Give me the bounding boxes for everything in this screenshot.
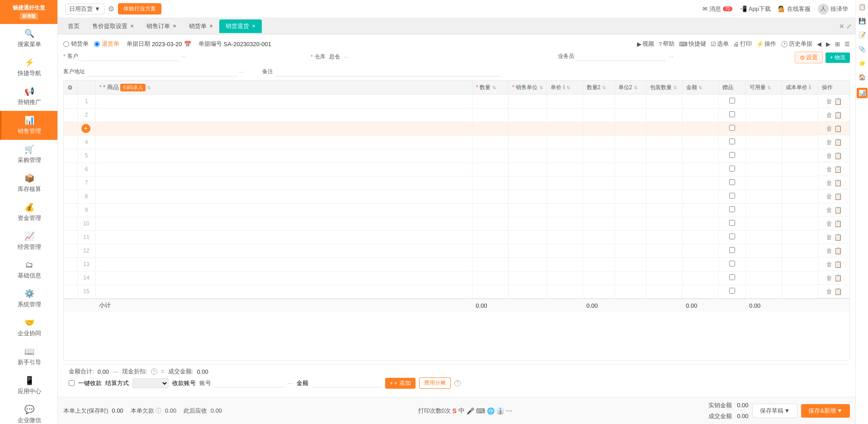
- radio-return-label[interactable]: 退货单: [94, 40, 119, 48]
- gift-checkbox[interactable]: [729, 98, 735, 104]
- sidebar-item-app[interactable]: 📱 应用中心: [0, 371, 57, 400]
- gift-checkbox[interactable]: [729, 152, 735, 158]
- grid-view-icon[interactable]: ⊞: [835, 41, 840, 48]
- delete-row-icon[interactable]: 🗑: [826, 166, 832, 173]
- add-logistics-button[interactable]: + 物流: [826, 52, 850, 63]
- cell-goods[interactable]: [95, 271, 472, 285]
- history-btn[interactable]: 🕐 历史单据: [781, 40, 812, 48]
- addr-dots[interactable]: ···: [239, 68, 244, 75]
- salesperson-input[interactable]: [576, 52, 666, 61]
- copy-row-icon[interactable]: 📋: [834, 166, 842, 173]
- prev-icon[interactable]: ◀: [817, 41, 821, 48]
- cell-goods[interactable]: [95, 135, 472, 149]
- delete-row-icon[interactable]: 🗑: [826, 220, 832, 227]
- unit-sort-icon[interactable]: ⇅: [539, 85, 543, 90]
- sidebar-item-guide[interactable]: 📖 新手引导: [0, 342, 57, 371]
- tab-sales-order-close-icon[interactable]: ✕: [173, 24, 176, 29]
- qty-sort-icon[interactable]: ⇅: [492, 85, 496, 90]
- radio-delivery-label[interactable]: 销货单: [63, 40, 89, 48]
- cell-goods[interactable]: [95, 257, 472, 271]
- close-tab-icon[interactable]: ✕: [839, 23, 844, 30]
- unit2-sort-icon[interactable]: ⇅: [634, 85, 637, 90]
- cell-goods[interactable]: [95, 203, 472, 217]
- sidebar-item-finance[interactable]: 💰 资金管理: [0, 198, 57, 227]
- sidebar-item-system[interactable]: ⚙️ 系统管理: [0, 284, 57, 313]
- copy-row-icon[interactable]: 📋: [834, 261, 842, 268]
- calc-select[interactable]: [132, 378, 169, 388]
- salesperson-dots[interactable]: ···: [668, 53, 673, 60]
- cell-goods[interactable]: [95, 95, 472, 109]
- avail-sort-icon[interactable]: ⇅: [767, 85, 771, 90]
- goods-input[interactable]: [99, 125, 468, 132]
- amount-sort-icon[interactable]: ⇅: [698, 85, 702, 90]
- network-icon[interactable]: 🌐: [487, 407, 495, 414]
- gift-checkbox[interactable]: [729, 233, 735, 239]
- tab-sales-return[interactable]: 销货退货 ✕: [219, 19, 262, 33]
- save-draft-button[interactable]: 保存草稿 ▼: [752, 404, 798, 418]
- sidebar-item-shortcut[interactable]: ⚡ 快捷导航: [0, 53, 57, 82]
- delete-row-icon[interactable]: 🗑: [826, 98, 832, 105]
- gift-checkbox[interactable]: [729, 179, 735, 185]
- industry-dropdown[interactable]: 日用百货 ▼: [65, 4, 104, 14]
- sidebar-item-inventory[interactable]: 📦 库存核算: [0, 169, 57, 198]
- video-btn[interactable]: ▶ 视频: [637, 40, 654, 48]
- app-download-item[interactable]: 📲 App下载: [740, 5, 771, 13]
- col-settings-icon[interactable]: ⚙: [67, 84, 73, 91]
- sidebar-item-marketing[interactable]: 📢 营销推广: [0, 82, 57, 111]
- chinese-icon[interactable]: 中: [458, 407, 465, 415]
- delete-row-icon[interactable]: 🗑: [826, 261, 832, 268]
- goods-sort-icon[interactable]: ⇅: [147, 85, 151, 90]
- online-service-item[interactable]: 💁 在线客服: [778, 5, 811, 13]
- trial-button[interactable]: 体验行业方案: [118, 3, 161, 14]
- pack-sort-icon[interactable]: ⇅: [673, 85, 677, 90]
- gift-checkbox[interactable]: [729, 274, 735, 280]
- gift-checkbox[interactable]: [729, 220, 735, 226]
- cell-goods[interactable]: [95, 190, 472, 203]
- sidebar-item-basic[interactable]: 🗂 基础信息: [0, 256, 57, 284]
- gift-checkbox[interactable]: [729, 138, 735, 144]
- delete-row-icon[interactable]: 🗑: [826, 274, 832, 281]
- tab-return-close-icon[interactable]: ✕: [252, 24, 255, 29]
- copy-row-icon[interactable]: 📋: [834, 247, 842, 254]
- sidebar-item-weixin[interactable]: 💬 企业微信: [0, 400, 57, 424]
- cash-discount-help-icon[interactable]: ?: [151, 368, 157, 375]
- copy-row-icon[interactable]: 📋: [834, 152, 842, 159]
- shortcut-btn[interactable]: ⌨ 快捷键: [679, 40, 706, 48]
- copy-row-icon[interactable]: 📋: [834, 98, 842, 105]
- sidebar-item-search[interactable]: 🔍 搜索菜单: [0, 24, 57, 53]
- delete-row-icon[interactable]: 🗑: [826, 179, 832, 186]
- delete-row-icon[interactable]: 🗑: [826, 193, 832, 200]
- customer-input[interactable]: [80, 52, 179, 61]
- cell-goods[interactable]: [95, 244, 472, 257]
- delete-row-icon[interactable]: 🗑: [826, 247, 832, 254]
- sidebar-item-operation[interactable]: 📈 经营管理: [0, 227, 57, 256]
- list-view-icon[interactable]: ☰: [844, 41, 850, 48]
- delete-row-icon[interactable]: 🗑: [826, 125, 832, 132]
- more-icon[interactable]: ⋯: [506, 407, 512, 414]
- gift-checkbox[interactable]: [729, 247, 735, 253]
- settings-button[interactable]: ⚙ 设置: [795, 52, 823, 63]
- split-expense-button[interactable]: 费用分摊: [419, 377, 451, 389]
- customer-addr-input[interactable]: [87, 67, 237, 76]
- cell-goods[interactable]: [95, 285, 472, 299]
- split-help-icon[interactable]: ?: [454, 380, 461, 386]
- rp-icon1[interactable]: 📋: [859, 4, 866, 10]
- delete-row-icon[interactable]: 🗑: [826, 288, 832, 295]
- sidebar-item-purchase[interactable]: 🛒 采购管理: [0, 140, 57, 169]
- sidebar-item-partner[interactable]: 🤝 企业协同: [0, 313, 57, 342]
- gift-checkbox[interactable]: [729, 125, 735, 131]
- delete-row-icon[interactable]: 🗑: [826, 111, 832, 119]
- remark-input[interactable]: [275, 67, 501, 76]
- rp-icon2[interactable]: 💾: [859, 18, 866, 24]
- qty2-sort-icon[interactable]: ⇅: [602, 85, 606, 90]
- gift-checkbox[interactable]: [729, 288, 735, 294]
- copy-row-icon[interactable]: 📋: [834, 111, 842, 119]
- tab-sales-delivery[interactable]: 销货单 ✕: [183, 19, 219, 33]
- copy-row-icon[interactable]: 📋: [834, 179, 842, 186]
- next-icon[interactable]: ▶: [826, 41, 830, 48]
- draft-dropdown-icon[interactable]: ▼: [784, 407, 790, 414]
- rp-icon7[interactable]: 📊: [857, 88, 868, 98]
- help-btn[interactable]: ? 帮助: [659, 40, 675, 48]
- radio-delivery[interactable]: [63, 41, 69, 47]
- copy-row-icon[interactable]: 📋: [834, 125, 842, 132]
